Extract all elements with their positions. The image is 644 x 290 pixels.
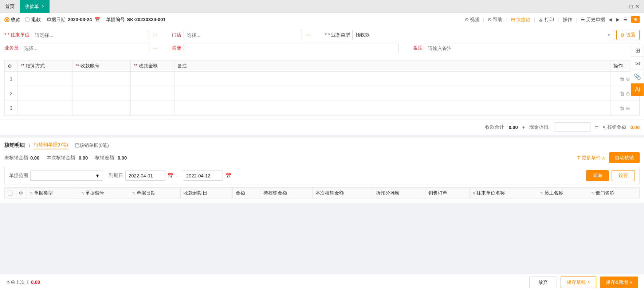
refund-radio-dot	[25, 17, 30, 22]
account-1[interactable]	[72, 72, 131, 86]
top-toolbar: 收款 退款 单据日期 2023-03-24 📅 单据编号 SK-20230324…	[0, 13, 644, 26]
delete-icon-2[interactable]: 🗑	[620, 91, 625, 97]
delete-icon-1[interactable]: 🗑	[620, 76, 625, 82]
shop-input[interactable]	[184, 30, 302, 40]
total-val: 0.00	[508, 125, 518, 130]
stats-row: 未核销金额 0.00 本次核销金额: 0.00 核销差额: 0.00 ⊤ 更多条…	[4, 152, 640, 163]
maximize-icon[interactable]: □	[629, 3, 633, 9]
partner-input[interactable]	[32, 30, 149, 40]
date-to-icon[interactable]: 📅	[225, 173, 231, 179]
delete-icon-3[interactable]: 🗑	[620, 105, 625, 111]
history-icon: ☰	[581, 17, 585, 22]
right-tool-ai[interactable]: Ai	[631, 83, 644, 96]
save-new-button[interactable]: 保存&新增 ∧	[600, 277, 638, 288]
amount-2[interactable]	[131, 86, 174, 101]
copy-icon-1[interactable]: ⊕	[626, 76, 630, 82]
caret-up-icon: ∧	[602, 155, 605, 161]
partner-more-icon[interactable]: ···	[153, 32, 157, 38]
summary-input[interactable]	[184, 43, 398, 53]
col-remark: 备注	[174, 60, 610, 72]
remark-2[interactable]	[174, 86, 610, 101]
receipt-radio[interactable]: 收款	[4, 16, 20, 23]
close-icon[interactable]: ✕	[635, 3, 640, 10]
range-arrow-icon: ▼	[95, 173, 100, 179]
print-icon: 🖨	[539, 17, 543, 22]
tab-done[interactable]: 已核销单据(0笔)	[75, 142, 109, 149]
salesman-input[interactable]	[21, 43, 149, 53]
note-input[interactable]	[425, 43, 640, 53]
settings-button[interactable]: ⚙ 设置	[616, 30, 640, 40]
net-val: 0.00	[631, 125, 640, 130]
calendar-icon[interactable]: 📅	[94, 17, 100, 22]
minimize-icon[interactable]: —	[622, 3, 627, 9]
list-icon[interactable]: ☰	[623, 17, 628, 22]
right-tool-clip[interactable]: 📎	[631, 70, 644, 83]
print-btn[interactable]: 🖨 打印	[539, 16, 554, 23]
shop-more-icon[interactable]: ···	[306, 32, 310, 38]
grid-icon[interactable]: ⊞	[631, 16, 640, 23]
note-label: 备注	[413, 45, 423, 51]
select-all-checkbox[interactable]	[8, 191, 13, 196]
summary-row: 收款合计 0.00 + 现金折扣: = 可核销金额 0.00	[0, 119, 644, 135]
auto-reconcile-btn[interactable]: 自动核销	[609, 152, 640, 163]
window-controls: — □ ✕	[622, 3, 644, 10]
date-to-input[interactable]	[183, 171, 223, 181]
table-row: 1 🗑 ⊕	[5, 72, 640, 86]
bottom-action-buttons: 放弃 保存草稿 ∧ 保存&新增 ∧	[529, 277, 638, 288]
arrow-right-icon[interactable]: ▶	[616, 17, 620, 22]
tab-close-icon[interactable]: ×	[42, 4, 44, 9]
tab-receipt[interactable]: 收款单 ×	[20, 0, 50, 13]
col-doc-no: ⇅ 单据编号	[78, 188, 129, 199]
col-checkbox	[5, 188, 16, 199]
table-settings-col[interactable]: ⚙	[5, 60, 18, 72]
col-doc-type: ⇅ 单据类型	[27, 188, 78, 199]
more-conditions-btn[interactable]: ⊤ 更多条件 ∧	[577, 154, 605, 161]
copy-icon-3[interactable]: ⊕	[626, 105, 630, 111]
range-select[interactable]: ▼	[30, 171, 103, 181]
amount-1[interactable]	[131, 72, 174, 86]
col-gear[interactable]: ⚙	[16, 188, 27, 199]
form-section: * * 往来单位 ··· 门店 ··· * * 业务类型 预收款 ▼ ⚙ 设置	[0, 26, 644, 60]
history-btn[interactable]: ☰ 历史单据	[581, 16, 605, 23]
discount-input[interactable]	[554, 122, 590, 132]
account-3[interactable]	[72, 101, 131, 115]
prev-order-info: 本单上次 ℹ 0.00	[6, 279, 40, 286]
help-btn[interactable]: ⊙ 帮助	[488, 16, 502, 23]
account-2[interactable]	[72, 86, 131, 101]
salesman-more-icon[interactable]: ···	[153, 45, 157, 51]
operate-btn[interactable]: 操作	[563, 16, 572, 23]
query-btn[interactable]: 查询	[586, 170, 609, 181]
tab-pending[interactable]: 待核销单据(0笔)	[34, 141, 68, 149]
table-row: 2 🗑 ⊕	[5, 86, 640, 101]
help-icon: ⊙	[488, 17, 492, 22]
net-label: 可核销金额	[602, 124, 626, 130]
biz-type-select[interactable]: 预收款 ▼	[352, 30, 614, 40]
settle-2[interactable]	[18, 86, 72, 101]
filter-settings-btn[interactable]: 设置	[612, 170, 635, 181]
remark-1[interactable]	[174, 72, 610, 86]
save-draft-button[interactable]: 保存草稿 ∧	[561, 277, 596, 288]
action-3: 🗑 ⊕	[610, 101, 640, 115]
biz-type-label: * * 业务类型	[325, 32, 350, 38]
copy-icon-2[interactable]: ⊕	[626, 91, 630, 97]
video-btn[interactable]: ⊙ 视频	[465, 16, 479, 23]
date-from-icon[interactable]: 📅	[168, 173, 174, 179]
amount-3[interactable]	[131, 101, 174, 115]
discard-button[interactable]: 放弃	[529, 277, 557, 288]
date-from-input[interactable]	[125, 171, 165, 181]
arrow-left-icon[interactable]: ◀	[609, 17, 612, 22]
tab-home[interactable]: 首页	[0, 0, 20, 13]
right-tool-mail[interactable]: ✉	[631, 57, 644, 70]
refund-radio[interactable]: 退款	[25, 16, 41, 23]
col-dept: ⇅ 部门名称	[588, 188, 640, 199]
heziao-title: 核销明细	[4, 142, 25, 149]
settle-1[interactable]	[18, 72, 72, 86]
settle-3[interactable]	[18, 101, 72, 115]
partner-label: * * 往来单位	[4, 32, 30, 38]
remark-3[interactable]	[174, 101, 610, 115]
right-tool-table[interactable]: ⊞	[631, 44, 644, 57]
bottom-bar: 本单上次 ℹ 0.00 放弃 保存草稿 ∧ 保存&新增 ∧	[0, 274, 644, 290]
shortcut-btn[interactable]: ⊟ 快捷键	[511, 16, 530, 23]
sort-icon: ⇅	[540, 191, 543, 195]
col-account: ** 收款账号	[72, 60, 131, 72]
